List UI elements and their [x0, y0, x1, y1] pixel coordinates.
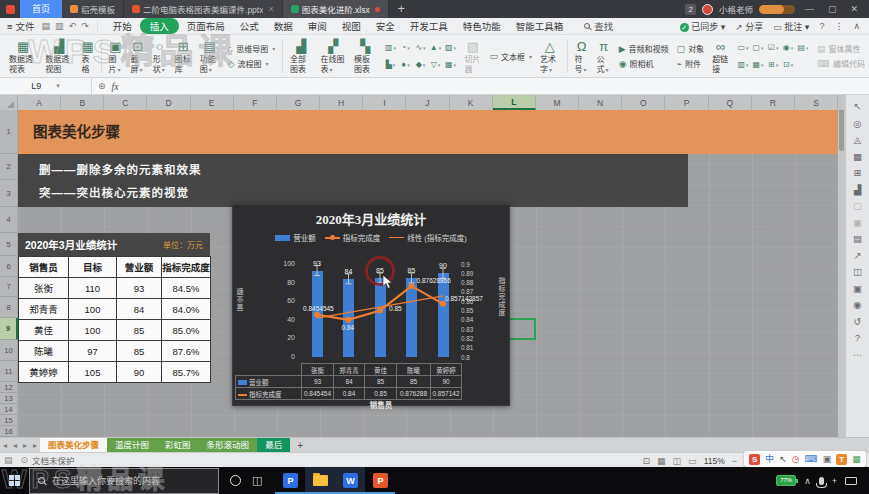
task-view-icon[interactable]: ◫	[252, 474, 262, 487]
redo-icon[interactable]: ↷	[81, 21, 89, 31]
file-menu[interactable]: ≡ 文件	[0, 19, 42, 33]
first-sheet-icon[interactable]: ◂	[0, 438, 10, 452]
layout-icon[interactable]: ⊞	[854, 168, 862, 178]
taskbar-search[interactable]: 在这里输入你要搜索的内容	[29, 468, 219, 494]
document-tab-3[interactable]: 图表美化进阶.xlsx	[283, 0, 389, 18]
menu-tab-页面布局[interactable]: 页面布局	[180, 18, 232, 34]
comment-button[interactable]: ▭ 批注 ▾	[773, 20, 809, 33]
chart-type-grid-cell-7[interactable]: ●▾	[399, 57, 413, 73]
share-button[interactable]: ↗ 分享	[735, 20, 763, 33]
table-cell[interactable]: 93	[117, 278, 162, 299]
all-charts-button[interactable]: ▟全部图表	[286, 38, 317, 75]
plus-icon[interactable]: +	[832, 476, 837, 486]
document-tab-2[interactable]: 二阶电脑表格图表美编课件.pptx×	[124, 0, 283, 18]
export-icon[interactable]: ▤	[853, 234, 862, 244]
wps-app-orange-p-icon[interactable]: P	[365, 467, 395, 494]
help-icon[interactable]: ?	[819, 21, 824, 31]
column-header-K[interactable]: K	[450, 95, 493, 110]
page-break-view-icon[interactable]: ▭	[688, 456, 697, 466]
record-icon[interactable]: ◉	[853, 300, 861, 310]
template-charts-button[interactable]: ▚模板图表	[350, 38, 381, 75]
zoom-out-icon[interactable]: −	[732, 456, 737, 466]
print-icon[interactable]: ▥	[55, 21, 64, 31]
chart-icon[interactable]: ▟	[854, 185, 861, 195]
minimize-button[interactable]: —	[801, 4, 818, 14]
table-cell[interactable]: 84.0%	[162, 299, 211, 320]
formula-input[interactable]	[119, 78, 869, 94]
icon-library-button[interactable]: ⊞图标库	[171, 38, 196, 75]
table-cell[interactable]: 黄佳	[19, 320, 69, 341]
chart-type-grid-cell-8[interactable]: ◆▾	[414, 57, 428, 73]
table-cell[interactable]: 85	[117, 320, 162, 341]
shapes-button[interactable]: ○形状▾	[149, 38, 171, 75]
insert-function-icon[interactable]: fx	[112, 81, 119, 92]
menu-tab-特色功能[interactable]: 特色功能	[456, 18, 508, 34]
menu-tab-开发工具[interactable]: 开发工具	[403, 18, 455, 34]
column-header-B[interactable]: B	[61, 95, 104, 110]
form-controls-grid-cell-6[interactable]: ▥▾	[736, 57, 750, 73]
column-header-I[interactable]: I	[363, 95, 406, 110]
table-cell[interactable]: 100	[69, 320, 117, 341]
column-header-J[interactable]: J	[406, 95, 449, 110]
file-explorer-icon[interactable]	[305, 467, 335, 494]
add-sheet-button[interactable]: +	[290, 438, 310, 452]
chart-type-grid-cell-9[interactable]: ▽▾	[429, 57, 443, 73]
collapse-ribbon-icon[interactable]: ∧	[853, 21, 860, 31]
row-header-15[interactable]: 15	[0, 415, 18, 426]
row-header-8[interactable]: 8	[0, 297, 18, 318]
sogou-input-toolbar[interactable]: S中↖◷⌨▣T▦	[744, 451, 866, 467]
column-header-G[interactable]: G	[277, 95, 320, 110]
chart-type-grid-cell-5[interactable]: ▨▾	[444, 40, 458, 56]
sheet-tab-温度计图[interactable]: 温度计图	[107, 438, 157, 452]
menu-tab-开始[interactable]: 开始	[106, 18, 139, 34]
column-header-Q[interactable]: Q	[709, 95, 752, 110]
form-controls-grid-cell-2[interactable]: ▢▾	[751, 40, 765, 56]
menu-tab-视图[interactable]: 视图	[335, 18, 368, 34]
sheet-tab-最后[interactable]: 最后	[257, 438, 290, 452]
user-avatar[interactable]	[702, 4, 713, 15]
start-button[interactable]	[9, 475, 20, 486]
wps-app-blue-w-icon[interactable]: W	[335, 467, 365, 494]
symbol-button[interactable]: Ω符号▾	[570, 38, 592, 75]
pointer-icon[interactable]: ↖	[779, 454, 787, 465]
sheet-area[interactable]: 图表美化步骤 删——删除多余的元素和效果突——突出核心元素的视觉 2020年3月…	[0, 110, 869, 437]
table-icon[interactable]: ▦	[853, 152, 862, 162]
table-button[interactable]: ▦表格	[77, 38, 97, 75]
row-header-5[interactable]: 5	[0, 233, 18, 256]
chart-type-grid-cell-6[interactable]: ▙▾	[384, 57, 398, 73]
form-controls-grid-cell-9[interactable]: ⊡▾	[781, 57, 795, 73]
table-cell[interactable]: 84	[117, 299, 162, 320]
mindmap-button[interactable]: ∴思维导图▾	[228, 43, 276, 54]
column-header-P[interactable]: P	[665, 95, 708, 110]
column-header-R[interactable]: R	[752, 95, 795, 110]
row-header-9[interactable]: 9	[0, 318, 18, 340]
battery-icon[interactable]: 77%	[776, 475, 796, 486]
vip-progress-pill[interactable]	[759, 5, 795, 14]
prev-sheet-icon[interactable]: ◂	[10, 438, 20, 452]
row-header-2[interactable]: 2	[0, 154, 18, 180]
table-cell[interactable]: 85.0%	[162, 320, 211, 341]
column-header-S[interactable]: S	[795, 95, 838, 110]
page-layout-view-icon[interactable]: ◫	[673, 456, 682, 466]
home-tab[interactable]: 首页	[20, 0, 62, 18]
sync-status[interactable]: ✓ 已同步 ▾	[680, 20, 726, 33]
smartart-button[interactable]: ▤功能图▾	[196, 38, 224, 75]
new-tab-button[interactable]: +	[389, 0, 414, 18]
row-header-10[interactable]: 10	[0, 340, 18, 361]
row-header-16[interactable]: 16	[0, 426, 18, 437]
vertical-scrollbar[interactable]	[838, 95, 845, 452]
column-header-H[interactable]: H	[320, 95, 363, 110]
form-controls-grid-cell-1[interactable]: ▭▾	[736, 40, 750, 56]
document-tab-1[interactable]: 稻壳模板	[62, 0, 124, 18]
column-header-F[interactable]: F	[234, 95, 277, 110]
form-controls-grid-cell-4[interactable]: ◉▾	[781, 40, 795, 56]
picture-button[interactable]: ▣图片▾	[104, 38, 126, 75]
camera-button[interactable]: ◉照相机	[619, 58, 669, 69]
touch-keyboard-icon[interactable]	[845, 477, 857, 485]
chart-type-grid-cell-10[interactable]: ▦▾	[444, 57, 458, 73]
form-controls-grid-cell-5[interactable]: ▤▾	[796, 40, 810, 56]
screenshot-button[interactable]: ⊡截屏▾	[127, 38, 149, 75]
column-header-L[interactable]: L	[493, 95, 536, 110]
row-header-1[interactable]: 1	[0, 110, 18, 154]
share-icon[interactable]: ↗	[854, 251, 862, 261]
